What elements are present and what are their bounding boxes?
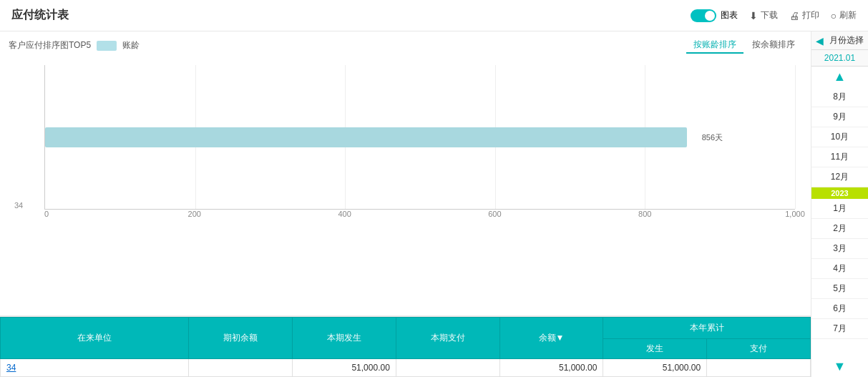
month-item-3[interactable]: 3月 (811, 239, 868, 259)
chart-legend: 客户应付排序图TOP5 账龄 (9, 39, 140, 52)
month-item-2[interactable]: 2月 (811, 219, 868, 239)
selected-date-label: 2021.01 (811, 50, 868, 67)
bar-value-34: 856天 (702, 132, 723, 142)
legend-box (97, 41, 117, 51)
data-table: 在来单位 期初余额 本期发生 本期支付 余额▼ 本年累计 发生 支付 (0, 317, 811, 377)
chart-section: 客户应付排序图TOP5 账龄 按账龄排序 按余额排序 34 (0, 31, 811, 316)
col-header-year-pay: 支付 (707, 339, 811, 359)
refresh-button[interactable]: ○ 刷新 (831, 9, 857, 21)
legend-label: 客户应付排序图TOP5 (9, 39, 91, 52)
toggle-thumb (705, 11, 715, 21)
chart-body: 34 856天 (9, 58, 802, 230)
header: 应付统计表 图表 ⬇ 下载 🖨 打印 ○ 刷新 (0, 0, 868, 31)
right-sidebar: ◀ 月份选择 2021.01 ▲ 8月 9月 10月 11月 12月 2023 … (811, 31, 868, 377)
month-item-4[interactable]: 4月 (811, 259, 868, 279)
chart-sort-buttons: 按账龄排序 按余额排序 (686, 37, 802, 54)
cell-balance: 51,000.00 (499, 359, 603, 377)
cell-period-occur: 51,000.00 (293, 359, 396, 377)
col-header-balance: 余额▼ (499, 318, 603, 359)
unit-link[interactable]: 34 (6, 363, 16, 373)
sort-by-balance-button[interactable]: 按余额排序 (745, 37, 802, 54)
sidebar-expand-row: ◀ 月份选择 (811, 31, 868, 50)
month-item-7[interactable]: 7月 (811, 319, 868, 339)
sidebar-title-label: 月份选择 (829, 34, 864, 46)
main-container: 应付统计表 图表 ⬇ 下载 🖨 打印 ○ 刷新 (0, 0, 868, 377)
month-item-5[interactable]: 5月 (811, 279, 868, 299)
month-item-9[interactable]: 9月 (811, 107, 868, 127)
bar-row-34: 856天 (45, 127, 687, 147)
cell-period-pay (396, 359, 499, 377)
month-item-8[interactable]: 8月 (811, 87, 868, 107)
month-item-11[interactable]: 11月 (811, 147, 868, 167)
scroll-up-button[interactable]: ▲ (811, 67, 868, 87)
x-label-1000: 1,000 (785, 210, 805, 218)
main-panel: 客户应付排序图TOP5 账龄 按账龄排序 按余额排序 34 (0, 31, 811, 377)
chart-toggle-label: 图表 (721, 9, 738, 21)
refresh-icon: ○ (831, 10, 837, 21)
month-item-1[interactable]: 1月 (811, 199, 868, 219)
toggle-track[interactable] (691, 9, 716, 22)
print-icon: 🖨 (789, 10, 799, 21)
download-label: 下载 (761, 9, 778, 21)
col-header-unit: 在来单位 (1, 318, 189, 359)
year-marker-2023: 2023 (811, 187, 868, 199)
page-title: 应付统计表 (11, 8, 69, 23)
table-header-row-top: 在来单位 期初余额 本期发生 本期支付 余额▼ 本年累计 (1, 318, 811, 339)
y-label-34: 34 (14, 201, 27, 210)
x-label-0: 0 (44, 210, 49, 218)
download-icon: ⬇ (749, 10, 758, 21)
month-list: 8月 9月 10月 11月 12月 2023 1月 2月 3月 4月 5月 6月… (811, 87, 868, 356)
sort-by-age-button[interactable]: 按账龄排序 (686, 37, 743, 54)
chart-plot: 856天 (44, 65, 795, 210)
x-axis: 0 200 400 600 800 1,000 (44, 210, 795, 230)
month-item-10[interactable]: 10月 (811, 127, 868, 147)
x-label-400: 400 (338, 210, 351, 218)
print-button[interactable]: 🖨 打印 (789, 9, 819, 21)
month-item-12[interactable]: 12月 (811, 167, 868, 187)
cell-period-start (189, 359, 293, 377)
cell-year-pay (707, 359, 811, 377)
x-label-200: 200 (188, 210, 201, 218)
x-label-800: 800 (638, 210, 651, 218)
col-header-period-start: 期初余额 (189, 318, 293, 359)
col-header-period-pay: 本期支付 (396, 318, 499, 359)
col-header-year-occur: 发生 (603, 339, 707, 359)
header-actions: 图表 ⬇ 下载 🖨 打印 ○ 刷新 (691, 9, 857, 22)
table-body: 34 51,000.00 51,000.00 51,000.00 (1, 359, 811, 377)
cell-unit: 34 (1, 359, 189, 377)
download-button[interactable]: ⬇ 下载 (749, 9, 778, 21)
month-item-6[interactable]: 6月 (811, 299, 868, 319)
refresh-label: 刷新 (839, 9, 857, 21)
x-label-600: 600 (488, 210, 501, 218)
col-header-year-accum: 本年累计 (603, 318, 811, 339)
expand-left-icon[interactable]: ◀ (816, 35, 824, 46)
legend-box-label: 账龄 (122, 39, 140, 52)
table-section: 在来单位 期初余额 本期发生 本期支付 余额▼ 本年累计 发生 支付 (0, 316, 811, 377)
table-row: 34 51,000.00 51,000.00 51,000.00 (1, 359, 811, 377)
grid-line-1000 (795, 65, 796, 209)
bar-34 (45, 127, 687, 147)
content-area: 客户应付排序图TOP5 账龄 按账龄排序 按余额排序 34 (0, 31, 868, 377)
chart-toggle[interactable]: 图表 (691, 9, 738, 22)
cell-year-occur: 51,000.00 (603, 359, 707, 377)
print-label: 打印 (802, 9, 819, 21)
scroll-down-button[interactable]: ▼ (811, 356, 868, 377)
col-header-period-occur: 本期发生 (293, 318, 396, 359)
chart-header: 客户应付排序图TOP5 账龄 按账龄排序 按余额排序 (9, 37, 802, 54)
